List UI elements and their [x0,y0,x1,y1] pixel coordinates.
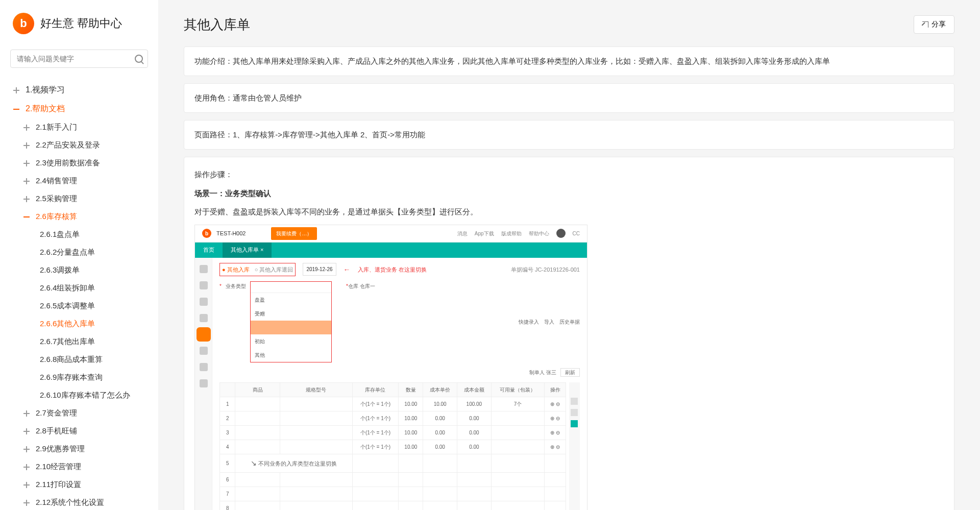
nav-2-6-9[interactable]: 2.6.9库存账本查询 [10,369,148,386]
main-content: 其他入库单 分享 功能介绍：其他入库单用来处理除采购入库、产成品入库之外的其他入… [158,0,980,510]
brand-title: 好生意 帮助中心 [40,16,122,31]
plus-icon [22,195,31,203]
mock-side-icon [200,347,208,355]
embedded-screenshot: b TEST-H002 我要续费（…） 消息 App下载 版成帮助 帮助中心 C… [194,225,587,511]
search-wrap [10,50,148,68]
plus-icon [22,463,31,471]
brand-logo-icon: b [13,13,34,34]
mock-table: 商品规格型号库存单位数量成本单价成本金额可用量（包装）操作 1个(1个 = 1个… [219,382,566,510]
nav-video-learning[interactable]: 1.视频学习 [10,81,148,100]
mock-side-icon-active [200,330,208,338]
brand-row: b 好生意 帮助中心 [10,13,148,34]
nav-2-3[interactable]: 2.3使用前数据准备 [10,154,148,172]
nav-2-5[interactable]: 2.5采购管理 [10,190,148,208]
nav-2-6-1[interactable]: 2.6.1盘点单 [10,226,148,244]
mock-biz-type-dropdown: 盘盈 受赠 初始 其他 [250,281,332,362]
nav-2-4[interactable]: 2.4销售管理 [10,172,148,190]
nav-2-6[interactable]: 2.6库存核算 [10,208,148,226]
nav-2-8[interactable]: 2.8手机旺铺 [10,422,148,440]
sidebar: b 好生意 帮助中心 1.视频学习 2.帮助文档 2.1新手入门 2.2产品安装… [0,0,158,510]
search-input[interactable] [10,50,148,68]
mock-top-user: CC [573,229,580,238]
mock-side-icon [200,363,208,371]
plus-icon [22,409,31,418]
intro-box: 功能介绍：其他入库单用来处理除采购入库、产成品入库之外的其他入库业务，因此其他入… [184,46,954,76]
mock-annotation-1: 入库、退货业务 在这里切换 [358,264,427,275]
mock-tenant: TEST-H002 [216,228,246,239]
mock-doc-type-box: ● 其他入库 ○ 其他入库退回 [219,263,296,277]
page-header: 其他入库单 分享 [184,15,954,34]
nav-2-2[interactable]: 2.2产品安装及登录 [10,136,148,154]
mock-top-ver: 版成帮助 [501,229,522,238]
mock-top-app: App下载 [475,229,494,238]
mock-top-help: 帮助中心 [529,229,549,238]
role-box: 使用角色：通常由仓管人员维护 [184,83,954,113]
search-icon[interactable] [135,55,143,63]
plus-icon [22,124,31,132]
mock-date: 2019-12-26 [303,263,336,276]
nav-2-6-10[interactable]: 2.6.10库存账本错了怎么办 [10,386,148,404]
nav-2-9[interactable]: 2.9优惠券管理 [10,440,148,458]
path-text: 1、库存核算->库存管理->其他入库单 2、首页->常用功能 [233,130,425,139]
nav-2-12[interactable]: 2.12系统个性化设置 [10,494,148,510]
plus-icon [12,86,20,94]
intro-label: 功能介绍： [194,57,233,65]
nav-2-6-7[interactable]: 2.6.7其他出库单 [10,333,148,351]
plus-icon [22,177,31,185]
role-label: 使用角色： [194,93,233,102]
share-button[interactable]: 分享 [914,15,954,34]
role-text: 通常由仓管人员维护 [233,93,302,102]
mock-side-icon [200,298,208,306]
nav-tree: 1.视频学习 2.帮助文档 2.1新手入门 2.2产品安装及登录 2.3使用前数… [10,81,148,510]
mock-top-msg: 消息 [457,229,468,238]
mock-cta: 我要续费（…） [271,227,317,240]
path-box: 页面路径：1、库存核算->库存管理->其他入库单 2、首页->常用功能 [184,120,954,150]
nav-2-10[interactable]: 2.10经营管理 [10,458,148,476]
intro-text: 其他入库单用来处理除采购入库、产成品入库之外的其他入库业务，因此其他入库单可处理… [233,57,830,65]
mock-side-icon [200,314,208,322]
minus-icon [22,213,31,221]
nav-2-7[interactable]: 2.7资金管理 [10,404,148,422]
nav-2-6-8[interactable]: 2.6.8商品成本重算 [10,351,148,369]
steps-label: 操作步骤： [194,167,944,182]
plus-icon [22,499,31,507]
mock-tab-home: 首页 [195,242,223,258]
mock-annotation-2: 不同业务的入库类型在这里切换 [258,460,337,467]
nav-2-6-5[interactable]: 2.6.5成本调整单 [10,297,148,315]
page-title: 其他入库单 [184,16,250,34]
scene1-text: 对于受赠、盘盈或是拆装入库等不同的业务，是通过单据头【业务类型】进行区分。 [194,205,944,220]
nav-help-docs[interactable]: 2.帮助文档 [10,100,148,118]
mock-side-nav [195,258,212,511]
nav-2-6-2[interactable]: 2.6.2分量盘点单 [10,244,148,261]
plus-icon [22,159,31,167]
nav-2-6-6[interactable]: 2.6.6其他入库单 [10,315,148,333]
mock-side-icon [200,281,208,289]
plus-icon [22,481,31,489]
share-label: 分享 [932,20,946,29]
nav-2-1[interactable]: 2.1新手入门 [10,118,148,136]
content-box: 操作步骤： 场景一：业务类型确认 对于受赠、盘盈或是拆装入库等不同的业务，是通过… [184,157,954,510]
nav-2-6-4[interactable]: 2.6.4组装拆卸单 [10,279,148,297]
nav-2-11[interactable]: 2.11打印设置 [10,476,148,494]
mock-avatar-icon [556,229,566,238]
mock-right-tools [569,382,580,510]
mock-logo-icon: b [202,229,211,238]
nav-2-6-3[interactable]: 2.6.3调拨单 [10,261,148,279]
minus-icon [12,105,20,113]
plus-icon [22,427,31,435]
mock-side-icon [200,379,208,387]
mock-tab-doc: 其他入库单 × [223,242,272,258]
plus-icon [22,445,31,453]
share-icon [922,21,928,28]
scene1-title: 场景一：业务类型确认 [194,189,271,198]
plus-icon [22,141,31,150]
mock-side-icon [200,265,208,273]
path-label: 页面路径： [194,130,233,139]
